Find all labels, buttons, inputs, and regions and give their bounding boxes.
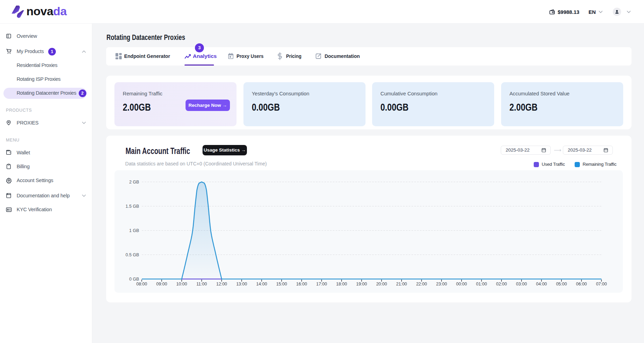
svg-text:17:00: 17:00 (316, 282, 327, 286)
svg-text:14:00: 14:00 (256, 282, 267, 286)
svg-text:09:00: 09:00 (156, 282, 167, 286)
svg-text:2 GB: 2 GB (129, 180, 139, 185)
svg-text:02:00: 02:00 (496, 282, 507, 286)
svg-text:1 GB: 1 GB (129, 228, 139, 233)
svg-text:13:00: 13:00 (236, 282, 247, 286)
svg-text:06:00: 06:00 (576, 282, 587, 286)
svg-text:00:00: 00:00 (456, 282, 467, 286)
svg-text:1.5 GB: 1.5 GB (126, 204, 139, 209)
svg-text:08:00: 08:00 (136, 282, 147, 286)
svg-text:16:00: 16:00 (296, 282, 307, 286)
svg-text:21:00: 21:00 (396, 282, 407, 286)
svg-text:05:00: 05:00 (556, 282, 567, 286)
svg-text:12:00: 12:00 (216, 282, 227, 286)
svg-text:04:00: 04:00 (536, 282, 547, 286)
svg-text:10:00: 10:00 (176, 282, 187, 286)
svg-text:19:00: 19:00 (356, 282, 367, 286)
svg-text:01:00: 01:00 (476, 282, 487, 286)
svg-text:07:00: 07:00 (596, 282, 607, 286)
svg-text:23:00: 23:00 (436, 282, 447, 286)
svg-text:15:00: 15:00 (276, 282, 287, 286)
svg-text:22:00: 22:00 (416, 282, 427, 286)
svg-text:03:00: 03:00 (516, 282, 527, 286)
svg-text:0 GB: 0 GB (129, 277, 139, 282)
svg-text:11:00: 11:00 (196, 282, 207, 286)
svg-text:20:00: 20:00 (376, 282, 387, 286)
svg-text:0.5 GB: 0.5 GB (126, 252, 139, 257)
svg-text:18:00: 18:00 (336, 282, 347, 286)
